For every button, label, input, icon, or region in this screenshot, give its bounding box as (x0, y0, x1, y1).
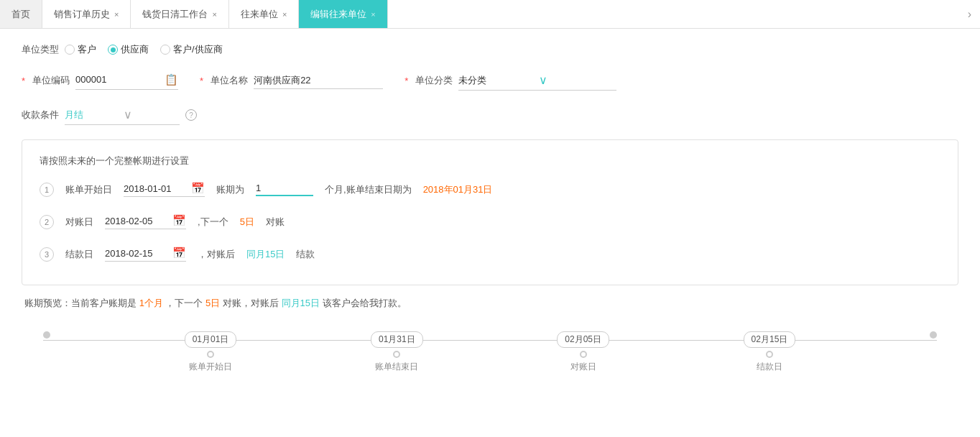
main-content: 单位类型 客户 供应商 客户/供应商 * 单位编码 (0, 29, 980, 437)
period-num-3: 3 (40, 247, 54, 262)
radio-both-circle (160, 45, 170, 55)
period-row-2: 2 对账日 📅 ,下一个 5日 对账 (40, 214, 940, 229)
timeline-label-2: 账单结束日 (375, 361, 418, 373)
period-date-field-3[interactable] (105, 248, 170, 259)
radio-customer[interactable]: 客户 (65, 43, 96, 56)
preview-prefix: 账期预览：当前客户账期是 (24, 298, 137, 308)
radio-supplier-label: 供应商 (121, 43, 149, 56)
tab-partner[interactable]: 往来单位 × (229, 0, 299, 28)
tab-edit-partner-close[interactable]: × (371, 10, 375, 19)
timeline-end (930, 331, 937, 339)
months-field[interactable] (256, 183, 299, 193)
payment-terms-select[interactable]: 月结 ∨ (65, 105, 180, 125)
tab-home[interactable]: 首页 (0, 0, 42, 28)
preview-middle: ，下一个 (165, 298, 203, 308)
preview-payment: 同月15日 (282, 298, 320, 308)
radio-group: 客户 供应商 客户/供应商 (65, 43, 223, 56)
tab-cash-clearing[interactable]: 钱货日清工作台 × (131, 0, 228, 28)
period-highlight-3: 同月15日 (246, 248, 285, 261)
tab-partner-label: 往来单位 (241, 8, 278, 21)
unit-code-calendar-icon[interactable]: 📋 (165, 73, 178, 86)
timeline-dot-1 (207, 351, 214, 358)
timeline-point-1: 01月01日 账单开始日 (185, 331, 237, 373)
timeline-end-dot (930, 331, 937, 339)
unit-category-value: 未分类 (458, 74, 536, 87)
period-suffix-2b: 对账 (266, 216, 285, 229)
preview-period: 1个月 (139, 298, 163, 308)
period-highlight-2: 5日 (240, 216, 254, 229)
timeline-badge-4: 02月15日 (744, 331, 796, 348)
radio-supplier-circle (108, 45, 118, 55)
unit-category-group: * 单位分类 未分类 ∨ (405, 70, 616, 91)
period-suffix-2a: ,下一个 (198, 216, 228, 229)
unit-type-row: 单位类型 客户 供应商 客户/供应商 (22, 43, 958, 56)
timeline-container: 01月01日 账单开始日 01月31日 账单结束日 02月05日 对账日 02月… (22, 324, 958, 402)
payment-terms-row: 收款条件 月结 ∨ ? (22, 105, 958, 125)
period-num-2: 2 (40, 215, 54, 229)
period-suffix-3b: 结款 (296, 248, 315, 261)
tab-scroll-right[interactable]: › (959, 8, 980, 21)
period-title: 请按照未来的一个完整帐期进行设置 (40, 155, 940, 167)
radio-customer-circle (65, 45, 75, 55)
unit-type-label: 单位类型 (22, 43, 59, 56)
unit-info-row: * 单位编码 📋 * 单位名称 * 单位分类 未分类 ∨ (22, 70, 958, 91)
period-calendar-icon-1[interactable]: 📅 (191, 182, 205, 195)
preview-suffix: 该客户会给我打款。 (323, 298, 407, 308)
radio-supplier[interactable]: 供应商 (108, 43, 149, 56)
unit-name-required: * (200, 75, 203, 86)
tab-cash-clearing-close[interactable]: × (212, 10, 216, 19)
unit-name-group: * 单位名称 (200, 72, 383, 89)
timeline-badge-1: 01月01日 (185, 331, 237, 348)
unit-code-input[interactable] (75, 71, 162, 88)
period-date-field-1[interactable] (124, 183, 188, 194)
unit-type-group: 单位类型 客户 供应商 客户/供应商 (22, 43, 223, 56)
period-calendar-icon-3[interactable]: 📅 (172, 247, 186, 259)
tab-home-label: 首页 (11, 8, 30, 21)
period-end-date-1: 2018年01月31日 (423, 183, 493, 196)
unit-category-dropdown-icon: ∨ (539, 73, 616, 87)
period-suffix-1a: 账期为 (216, 183, 244, 196)
period-date-field-2[interactable] (105, 216, 170, 226)
payment-terms-help-icon[interactable]: ? (185, 109, 197, 121)
period-num-1: 1 (40, 183, 54, 197)
payment-terms-dropdown-icon: ∨ (124, 108, 180, 121)
months-input (256, 183, 313, 196)
timeline-dot-2 (393, 351, 400, 358)
preview-reconcile: 5日 (205, 298, 220, 308)
preview-text: 账期预览：当前客户账期是 1个月 ，下一个 5日 对账，对账后 同月15日 该客… (22, 297, 958, 310)
timeline-point-4: 02月15日 结款日 (744, 331, 796, 373)
unit-code-group: * 单位编码 📋 (22, 71, 178, 90)
timeline-point-3: 02月05日 对账日 (557, 331, 609, 373)
timeline-point-2: 01月31日 账单结束日 (371, 331, 423, 373)
payment-terms-label: 收款条件 (22, 109, 59, 121)
tab-sales-history-close[interactable]: × (114, 10, 119, 19)
timeline-dot-4 (766, 351, 773, 358)
radio-both[interactable]: 客户/供应商 (160, 43, 223, 56)
preview-middle2: 对账，对账后 (223, 298, 279, 308)
tab-sales-history[interactable]: 销售订单历史 × (42, 0, 131, 28)
timeline-points: 01月01日 账单开始日 01月31日 账单结束日 02月05日 对账日 02月… (43, 331, 937, 373)
timeline-start (43, 331, 50, 339)
radio-customer-label: 客户 (78, 43, 96, 56)
timeline-label-4: 结款日 (757, 361, 782, 373)
period-row-3: 3 结款日 📅 ，对账后 同月15日 结款 (40, 247, 940, 262)
tab-partner-close[interactable]: × (282, 10, 287, 19)
period-label-1: 账单开始日 (65, 183, 112, 196)
payment-terms-group: 收款条件 月结 ∨ ? (22, 105, 197, 125)
unit-category-required: * (405, 75, 408, 86)
tab-edit-partner[interactable]: 编辑往来单位 × (299, 0, 387, 28)
unit-name-input[interactable] (254, 72, 383, 89)
period-settings-box: 请按照未来的一个完整帐期进行设置 1 账单开始日 📅 账期为 个月,账单结束日期… (22, 139, 958, 285)
tab-bar: 首页 销售订单历史 × 钱货日清工作台 × 往来单位 × 编辑往来单位 × › (0, 0, 980, 29)
period-calendar-icon-2[interactable]: 📅 (172, 214, 186, 227)
unit-category-select[interactable]: 未分类 ∨ (458, 70, 616, 91)
unit-code-label: 单位编码 (32, 74, 70, 87)
timeline-label-3: 对账日 (570, 361, 596, 373)
radio-both-label: 客户/供应商 (173, 43, 223, 56)
unit-code-input-wrap: 📋 (75, 71, 178, 90)
unit-code-required: * (22, 75, 25, 86)
period-date-input-1: 📅 (124, 182, 205, 197)
timeline-badge-3: 02月05日 (557, 331, 609, 348)
timeline-start-dot (43, 331, 50, 339)
timeline-dot-3 (580, 351, 587, 358)
